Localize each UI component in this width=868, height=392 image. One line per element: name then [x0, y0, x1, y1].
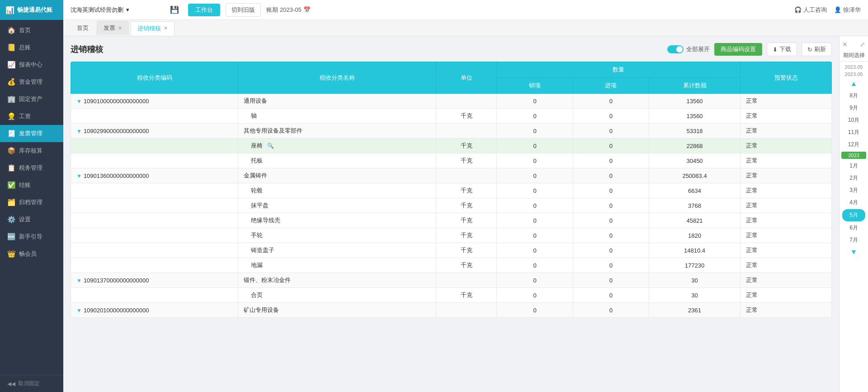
panel-header: 期间选择 — [840, 50, 868, 62]
sidebar-item-ledger[interactable]: 📒 总账 — [0, 39, 63, 56]
panel-close-btn[interactable]: ✕ — [842, 41, 848, 48]
cell-unit: 千克 — [436, 183, 497, 198]
cell-name: 合页 — [238, 288, 436, 303]
sidebar-item-settle[interactable]: ✅ 结账 — [0, 177, 63, 194]
table-row: 地漏 千克 0 0 177230 正常 — [71, 258, 832, 273]
cell-code — [71, 198, 238, 213]
user-avatar-icon: 👤 — [834, 6, 841, 13]
cell-name: 锻件、粉末冶金件 — [238, 273, 436, 288]
cell-unit: 千克 — [436, 213, 497, 228]
archive-icon: 🗂️ — [7, 198, 15, 206]
sidebar-item-guide-label: 新手引导 — [19, 233, 42, 241]
tab-invoice-label: 发票 — [104, 24, 115, 32]
panel-up-arrow[interactable]: ▲ — [849, 78, 859, 90]
cell-total: 30450 — [649, 153, 741, 168]
refresh-btn[interactable]: ↻ 刷新 — [802, 43, 832, 56]
invoice-icon: 🧾 — [7, 129, 15, 138]
sidebar-item-settings[interactable]: ⚙️ 设置 — [0, 211, 63, 228]
salary-icon: 👷 — [7, 112, 15, 120]
sidebar-item-salary[interactable]: 👷 工资 — [0, 108, 63, 125]
cell-code — [71, 183, 238, 198]
settle-icon: ✅ — [7, 181, 15, 189]
sidebar-item-funds[interactable]: 💰 资金管理 — [0, 73, 63, 91]
month-item[interactable]: 10月 — [840, 114, 868, 126]
month-item[interactable]: 4月 — [840, 196, 868, 209]
page-actions: 全部展开 商品编码设置 ⬇ 下载 ↻ 刷新 — [667, 43, 832, 56]
cell-unit — [436, 303, 497, 318]
tab-invoice-close[interactable]: ✕ — [118, 25, 122, 31]
toggle-label: 全部展开 — [686, 45, 710, 53]
cell-purchase: 0 — [573, 109, 649, 124]
sidebar-item-inventory[interactable]: 📦 库存核算 — [0, 142, 63, 159]
panel-year2: 2023.05 — [840, 71, 868, 78]
tab-invoice[interactable]: 发票 ✕ — [97, 21, 129, 35]
cell-sales: 0 — [497, 213, 573, 228]
cell-warning: 正常 — [741, 258, 832, 273]
workbench-btn[interactable]: 工作台 — [188, 4, 220, 16]
month-item[interactable]: 2023 — [841, 152, 866, 159]
sidebar-item-guide[interactable]: 🆕 新手引导 — [0, 228, 63, 245]
expand-icon[interactable]: ▼ — [76, 98, 82, 105]
calendar-icon[interactable]: 📅 — [303, 6, 311, 13]
switch-version-btn[interactable]: 切到旧版 — [226, 3, 261, 17]
panel-down-arrow[interactable]: ▼ — [849, 246, 859, 258]
sidebar-item-invoice[interactable]: 🧾 发票管理 — [0, 125, 63, 142]
month-item[interactable]: 1月 — [840, 160, 868, 172]
main-table: 税收分类编码 税收分类名称 单位 数量 预警状态 销项 进项 累计数额 — [71, 62, 832, 318]
sidebar-item-reports[interactable]: 📈 报表中心 — [0, 56, 63, 73]
cell-code: ▼10902010000000000000 — [71, 303, 238, 318]
cell-warning: 正常 — [741, 124, 832, 139]
company-selector[interactable]: 沈海英测试经营勿删 ▾ — [71, 6, 161, 14]
cell-warning: 正常 — [741, 183, 832, 198]
user-profile[interactable]: 👤 徐泽华 — [834, 6, 861, 14]
sidebar-unpin-btn[interactable]: ◀◀ 取消固定 — [0, 375, 63, 392]
tab-home[interactable]: 首页 — [71, 21, 95, 35]
expand-icon[interactable]: ▼ — [76, 128, 82, 134]
cell-purchase: 0 — [573, 183, 649, 198]
inventory-icon: 📦 — [7, 147, 15, 155]
sidebar-item-home[interactable]: 🏠 首页 — [0, 22, 63, 39]
month-item[interactable]: 12月 — [840, 139, 868, 151]
table-row: 绝缘导线壳 千克 0 0 45821 正常 — [71, 213, 832, 228]
cell-warning: 正常 — [741, 94, 832, 109]
sidebar-item-funds-label: 资金管理 — [19, 78, 42, 86]
sidebar-item-member[interactable]: 👑 畅会员 — [0, 245, 63, 263]
cell-sales: 0 — [497, 153, 573, 168]
service-btn[interactable]: 🎧 人工咨询 — [794, 6, 827, 14]
cell-sales: 0 — [497, 183, 573, 198]
headset-icon: 🎧 — [794, 6, 802, 13]
sidebar-item-assets[interactable]: 🏢 固定资产 — [0, 91, 63, 108]
month-item[interactable]: 9月 — [840, 102, 868, 114]
panel-expand-btn[interactable]: ⤢ — [860, 41, 865, 48]
table-row: 抹平盘 千克 0 0 3768 正常 — [71, 198, 832, 213]
sidebar-item-tax[interactable]: 📋 税务管理 — [0, 159, 63, 177]
month-item[interactable]: 3月 — [840, 184, 868, 196]
month-item[interactable]: 5月 — [842, 209, 865, 221]
cell-purchase: 0 — [573, 303, 649, 318]
tab-check[interactable]: 进销稽核 ✕ — [131, 21, 175, 36]
expand-icon[interactable]: ▼ — [76, 173, 82, 179]
month-item[interactable]: 7月 — [840, 234, 868, 246]
product-code-btn[interactable]: 商品编码设置 — [714, 43, 762, 56]
period-label: 账期 — [266, 6, 278, 14]
expand-icon[interactable]: ▼ — [76, 277, 82, 284]
sidebar-item-archive[interactable]: 🗂️ 归档管理 — [0, 194, 63, 211]
tab-check-close[interactable]: ✕ — [164, 25, 168, 31]
month-item[interactable]: 8月 — [840, 90, 868, 102]
cell-sales: 0 — [497, 273, 573, 288]
cell-warning: 正常 — [741, 139, 832, 153]
col-sales: 销项 — [497, 78, 573, 94]
month-item[interactable]: 6月 — [840, 222, 868, 234]
cell-unit: 千克 — [436, 258, 497, 273]
toggle-track[interactable] — [667, 45, 684, 53]
expand-icon[interactable]: ▼ — [76, 307, 82, 314]
panel-months: 8月9月10月11月12月20231月2月3月4月5月6月7月 — [840, 90, 868, 246]
download-btn[interactable]: ⬇ 下载 — [767, 43, 797, 56]
expand-toggle[interactable]: 全部展开 — [667, 45, 710, 53]
save-btn[interactable]: 💾 — [166, 4, 183, 16]
month-item[interactable]: 2月 — [840, 172, 868, 184]
cell-total: 14810.4 — [649, 243, 741, 258]
table-row: 托板 千克 0 0 30450 正常 — [71, 153, 832, 168]
month-item[interactable]: 11月 — [840, 126, 868, 139]
cell-code — [71, 139, 238, 153]
